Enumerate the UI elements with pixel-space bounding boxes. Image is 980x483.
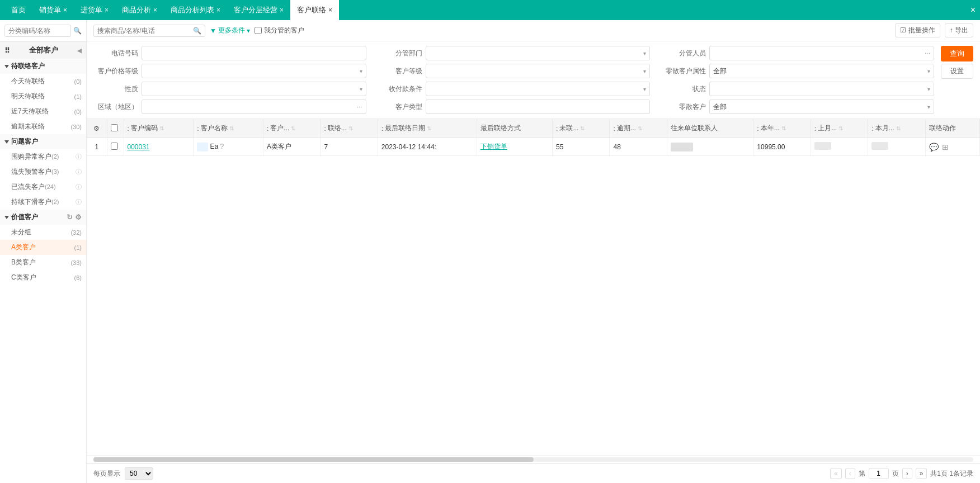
nav-customer-segment[interactable]: 客户分层经营 ×: [227, 0, 290, 20]
sort-overdue-icon[interactable]: ⇅: [638, 125, 642, 131]
td-last-method[interactable]: 下销货单: [477, 138, 552, 156]
horizontal-scrollbar[interactable]: [87, 455, 980, 463]
sort-thismonth-icon[interactable]: ⇅: [896, 125, 901, 131]
nav-segment-close[interactable]: ×: [280, 6, 284, 14]
first-page-btn[interactable]: «: [830, 468, 842, 479]
th-contact-count[interactable]: :联络...⇅: [321, 119, 378, 138]
dept-select[interactable]: ▾: [426, 46, 651, 60]
sidebar-all-customers: ⠿ 全部客户 ◀: [0, 42, 86, 59]
th-overdue[interactable]: :逾期...⇅: [610, 119, 667, 138]
nav-product-list-close[interactable]: ×: [216, 6, 220, 14]
search-input[interactable]: [97, 27, 193, 35]
scrollbar-thumb[interactable]: [93, 457, 534, 462]
td-last-month: [811, 138, 868, 156]
sidebar-ungrouped[interactable]: 未分组 (32): [0, 225, 86, 240]
price-level-select[interactable]: ▾: [142, 64, 366, 78]
grid-action-icon[interactable]: ⊞: [942, 143, 949, 151]
th-this-month[interactable]: :本月...⇅: [868, 119, 925, 138]
nature-select[interactable]: ▾: [142, 82, 366, 96]
phone-label: 电话号码: [93, 49, 138, 58]
sidebar-7days-contact[interactable]: 近7天待联络 (0): [0, 104, 86, 119]
sidebar-today-contact[interactable]: 今天待联络 (0): [0, 74, 86, 89]
nav-home[interactable]: 首页: [4, 0, 32, 20]
sort-lastmonth-icon[interactable]: ⇅: [838, 125, 843, 131]
filter-row-2: 客户价格等级 ▾ 客户等级 ▾: [93, 64, 934, 78]
manager-select[interactable]: ···: [709, 46, 934, 60]
th-settings[interactable]: ⚙: [87, 119, 107, 138]
region-select[interactable]: ···: [142, 100, 366, 114]
sidebar-churn-warning[interactable]: 流失预警客户(3) ⓘ: [0, 164, 86, 179]
th-year-amount[interactable]: :本年...⇅: [753, 119, 811, 138]
th-level[interactable]: :客户...⇅: [263, 119, 320, 138]
sidebar-hoarding-customers[interactable]: 囤购异常客户(2) ⓘ: [0, 149, 86, 164]
sidebar-c-class[interactable]: C类客户 (6): [0, 270, 86, 285]
scrollbar-track[interactable]: [93, 457, 973, 462]
phone-input[interactable]: [142, 46, 366, 60]
nav-customer-contact[interactable]: 客户联络 ×: [290, 0, 339, 20]
prev-page-btn[interactable]: ‹: [845, 468, 855, 479]
sidebar-churned[interactable]: 已流失客户(24) ⓘ: [0, 179, 86, 195]
value-customers-header[interactable]: 价值客户 ↻ ⚙: [0, 210, 86, 225]
sort-name-icon[interactable]: ⇅: [229, 125, 234, 131]
my-customers-checkbox[interactable]: 我分管的客户: [255, 26, 304, 35]
sort-code-icon[interactable]: ⇅: [159, 125, 164, 131]
all-customers-header[interactable]: ⠿ 全部客户 ◀: [0, 42, 86, 59]
sort-date-icon[interactable]: ⇅: [427, 125, 431, 131]
nav-product-analysis[interactable]: 商品分析 ×: [115, 0, 164, 20]
th-code[interactable]: :客户编码⇅: [124, 119, 194, 138]
th-uncontacted[interactable]: :未联...⇅: [553, 119, 610, 138]
export-button[interactable]: ↑ 导出: [945, 23, 973, 37]
chat-action-icon[interactable]: 💬: [929, 143, 939, 151]
select-all-checkbox[interactable]: [111, 124, 118, 131]
close-all-button[interactable]: ×: [970, 5, 976, 15]
per-page-select[interactable]: 50 100 200: [125, 467, 153, 480]
nav-purchase[interactable]: 进货单 ×: [74, 0, 115, 20]
query-button[interactable]: 查询: [941, 46, 973, 61]
row-checkbox[interactable]: [111, 143, 118, 150]
settings-gear-icon[interactable]: ⚙: [93, 125, 100, 132]
my-customers-check[interactable]: [255, 27, 262, 34]
setting-button[interactable]: 设置: [941, 64, 973, 79]
nav-sales-close[interactable]: ×: [63, 6, 67, 14]
sidebar-search-icon[interactable]: 🔍: [73, 27, 82, 35]
sidebar-overdue-contact[interactable]: 逾期未联络 (30): [0, 119, 86, 134]
nav-purchase-close[interactable]: ×: [105, 6, 109, 14]
sidebar-declining[interactable]: 持续下滑客户(2) ⓘ: [0, 195, 86, 210]
sidebar-b-class[interactable]: B类客户 (33): [0, 255, 86, 270]
sort-level-icon[interactable]: ⇅: [291, 125, 295, 131]
sort-contact-icon[interactable]: ⇅: [348, 125, 353, 131]
customer-type-input[interactable]: [426, 100, 651, 114]
th-last-date[interactable]: :最后联络日期⇅: [378, 119, 477, 138]
batch-op-button[interactable]: ☑ 批量操作: [895, 23, 940, 37]
last-page-btn[interactable]: »: [916, 468, 927, 479]
retail-attr-select[interactable]: 全部 ▾: [709, 64, 934, 78]
sort-year-icon[interactable]: ⇅: [781, 125, 786, 131]
refresh-icon[interactable]: ↻: [67, 213, 73, 221]
search-icon[interactable]: 🔍: [193, 27, 201, 35]
nav-product-analysis-close[interactable]: ×: [153, 6, 157, 14]
settings-icon[interactable]: ⚙: [75, 213, 82, 221]
sidebar-a-class[interactable]: A类客户 (1): [0, 240, 86, 255]
next-page-btn[interactable]: ›: [902, 468, 912, 479]
customer-level-select[interactable]: ▾: [426, 64, 651, 78]
sidebar-search-input[interactable]: [4, 25, 71, 37]
nav-sales[interactable]: 销货单 ×: [32, 0, 74, 20]
last-method-link[interactable]: 下销货单: [480, 143, 507, 150]
payment-select[interactable]: ▾: [426, 82, 651, 96]
problem-customers-header[interactable]: 问题客户: [0, 134, 86, 149]
th-name[interactable]: :客户名称⇅: [194, 119, 263, 138]
more-filters-btn[interactable]: ▼ 更多条件 ▾: [210, 26, 250, 35]
sort-uncontacted-icon[interactable]: ⇅: [580, 125, 585, 131]
nav-contact-close[interactable]: ×: [328, 6, 332, 14]
nav-product-list[interactable]: 商品分析列表 ×: [164, 0, 227, 20]
sidebar-tomorrow-contact[interactable]: 明天待联络 (1): [0, 89, 86, 104]
page-label: 第: [859, 469, 865, 479]
customer-code-link[interactable]: 000031: [128, 143, 150, 151]
price-level-arrow: ▾: [360, 68, 362, 74]
pending-contact-header[interactable]: 待联络客户: [0, 59, 86, 74]
retail-customer-select[interactable]: 全部 ▾: [709, 100, 934, 114]
td-code[interactable]: 000031: [124, 138, 194, 156]
page-number-input[interactable]: [869, 468, 889, 479]
status-select[interactable]: ▾: [709, 82, 934, 96]
th-last-month[interactable]: :上月...⇅: [811, 119, 868, 138]
